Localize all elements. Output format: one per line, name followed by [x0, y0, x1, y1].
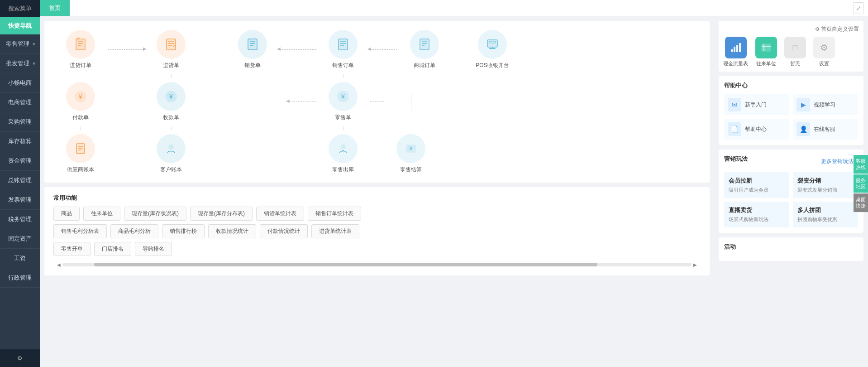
svg-rect-46: [731, 49, 733, 52]
counterparts-icon: [755, 37, 777, 58]
sidebar-item-wholesale[interactable]: 批发管理 ▼: [0, 54, 40, 73]
none-icon: □: [784, 37, 806, 58]
sidebar-item-inventory[interactable]: 库存核算: [0, 132, 40, 151]
cs-community-button[interactable]: 服务社区: [854, 174, 868, 193]
none-label: 暂无: [790, 60, 800, 67]
quick-icon-cashflow[interactable]: 现金流量表: [723, 37, 748, 67]
quick-icon-counterparts[interactable]: 往来单位: [755, 37, 777, 67]
quick-icon-none[interactable]: □ 暂无: [784, 37, 806, 67]
quick-icon-settings[interactable]: ⚙ 设置: [813, 37, 835, 67]
retail-bill-icon: ¥: [329, 82, 358, 111]
help-icon: 📄: [728, 122, 741, 136]
beginner-label: 新手入门: [745, 101, 767, 109]
settings-icon: ⚙: [813, 37, 835, 58]
func-btn-sales-order-stat[interactable]: 销售订单统计表: [308, 207, 361, 221]
svg-rect-0: [76, 39, 85, 50]
counterparts-label: 往来单位: [756, 60, 776, 67]
pos-label: POS收银开台: [476, 62, 509, 69]
gear-icon: ⚙: [17, 355, 23, 362]
common-func-title: 常用功能: [53, 194, 701, 202]
sidebar-item-purchase[interactable]: 采购管理: [0, 112, 40, 132]
retail-bill-label: 零售单: [335, 114, 351, 121]
node-pos[interactable]: POS收银开台: [465, 30, 520, 69]
customer-account-icon: [157, 134, 186, 163]
sidebar-item-invoice[interactable]: 发票管理: [0, 190, 40, 210]
sidebar-quicknav[interactable]: 快捷导航: [0, 17, 40, 34]
mall-order-icon: [410, 30, 439, 59]
sidebar-item-admin[interactable]: 行政管理: [0, 268, 40, 288]
sidebar: 搜索菜单 快捷导航 零售管理 ▼ 批发管理 ▼ 小畅电商 电商管理 采购管理 库…: [0, 0, 40, 367]
func-btn-goods[interactable]: 商品: [53, 207, 80, 221]
receipt-label: 收款单: [163, 114, 179, 121]
func-btn-stock2[interactable]: 现存量(库存分布表): [190, 207, 253, 221]
sidebar-item-ecommerce[interactable]: 小畅电商: [0, 73, 40, 93]
func-btn-retail-order[interactable]: 零售开单: [53, 242, 91, 256]
customer-account-label: 客户账本: [160, 166, 182, 174]
sidebar-item-ledger[interactable]: 总账管理: [0, 171, 40, 190]
marketing-item-live[interactable]: 直播卖货 场景式购物新玩法: [724, 202, 789, 227]
fullscreen-button[interactable]: ⤢: [854, 2, 863, 14]
cashflow-label: 现金流量表: [723, 60, 748, 67]
node-retail-bill[interactable]: ¥ 零售单: [316, 82, 370, 121]
func-btn-goods-profit[interactable]: 商品毛利分析: [110, 224, 158, 238]
node-purchase-order[interactable]: 进货订单: [53, 30, 108, 69]
cs-hotline-button[interactable]: 客服热线: [854, 155, 868, 174]
func-btn-store-rank[interactable]: 门店排名: [94, 242, 131, 256]
marketing-item-group[interactable]: 多人拼团 拼团购物享受优惠: [793, 202, 858, 227]
node-retail-settlement[interactable]: ¥ 零售结算: [384, 134, 438, 174]
receipt-icon: ¥: [157, 82, 186, 111]
func-btn-counterparts[interactable]: 往来单位: [83, 207, 120, 221]
scroll-right-button[interactable]: ▶: [692, 262, 699, 267]
marketing-item-fission[interactable]: 裂变分销 裂变式发展分销商: [793, 172, 858, 198]
video-label: 视频学习: [814, 101, 835, 109]
func-btn-sales-rank[interactable]: 销售排行榜: [162, 224, 205, 238]
customize-link[interactable]: 首页自定义设置: [815, 25, 859, 33]
more-marketing-link[interactable]: 更多营销玩法 >: [821, 158, 858, 165]
func-buttons-row2: 销售毛利分析表 商品毛利分析 销售排行榜 收款情况统计 付款情况统计 进货单统计…: [53, 224, 701, 238]
node-customer-account[interactable]: 客户账本: [144, 134, 198, 174]
node-payment[interactable]: ¥ 付款单: [53, 82, 108, 121]
node-retail-outbound[interactable]: 零售出库: [316, 134, 370, 174]
sidebar-item-salary[interactable]: 工资: [0, 249, 40, 268]
marketing-item-member[interactable]: 会员拉新 吸引用户成为会员: [724, 172, 789, 198]
func-btn-guide-rank[interactable]: 导购排名: [135, 242, 172, 256]
svg-text:¥: ¥: [409, 145, 413, 152]
scroll-track[interactable]: [62, 263, 692, 266]
scroll-left-button[interactable]: ◀: [55, 262, 62, 267]
func-btn-receipt-stat[interactable]: 收款情况统计: [208, 224, 256, 238]
activity-card: 活动: [719, 237, 863, 261]
node-sales-order[interactable]: 销售订单: [316, 30, 370, 69]
help-item-beginner[interactable]: ✉ 新手入门: [724, 94, 789, 115]
func-btn-stock1[interactable]: 现存量(库存状况表): [124, 207, 186, 221]
node-mall-order[interactable]: 商城订单: [397, 30, 452, 69]
cs-buttons: 客服热线 服务社区 桌面快捷: [854, 155, 868, 212]
sidebar-item-assets[interactable]: 固定资产: [0, 229, 40, 249]
sidebar-item-ecommerce-mgmt[interactable]: 电商管理: [0, 93, 40, 112]
tab-home[interactable]: 首页: [40, 0, 70, 16]
node-purchase-bill[interactable]: 进货单: [144, 30, 198, 69]
node-sales-bill[interactable]: 销货单: [225, 30, 280, 69]
scroll-area: ◀ ▶: [53, 261, 701, 269]
sidebar-item-finance[interactable]: 资金管理: [0, 151, 40, 171]
func-btn-purchase-stat[interactable]: 进货单统计表: [311, 224, 359, 238]
retail-outbound-label: 零售出库: [332, 166, 354, 174]
help-item-video[interactable]: ▶ 视频学习: [793, 94, 858, 115]
pos-icon: [478, 30, 507, 59]
help-item-service[interactable]: 👤 在线客服: [793, 119, 858, 140]
supplier-account-icon: [66, 134, 95, 163]
func-btn-sales-profit[interactable]: 销售毛利分析表: [53, 224, 107, 238]
sidebar-item-retail[interactable]: 零售管理 ▼: [0, 34, 40, 54]
sidebar-settings[interactable]: ⚙: [0, 349, 40, 367]
cs-desktop-button[interactable]: 桌面快捷: [854, 193, 868, 212]
sales-bill-icon: [238, 30, 267, 59]
help-grid: ✉ 新手入门 ▶ 视频学习 📄 帮助中心 👤 在线客服: [724, 94, 858, 140]
sidebar-search[interactable]: 搜索菜单: [0, 0, 40, 17]
func-buttons-row1: 商品 往来单位 现存量(库存状况表) 现存量(库存分布表) 销货单统计表 销售订…: [53, 207, 701, 221]
func-btn-payment-stat[interactable]: 付款情况统计: [260, 224, 308, 238]
help-item-help[interactable]: 📄 帮助中心: [724, 119, 789, 140]
node-supplier-account[interactable]: 供应商账本: [53, 134, 108, 174]
node-receipt[interactable]: ¥ 收款单: [144, 82, 198, 121]
func-btn-sales-stat[interactable]: 销货单统计表: [256, 207, 304, 221]
topbar-right: ⤢: [854, 5, 868, 12]
sidebar-item-tax[interactable]: 税务管理: [0, 210, 40, 229]
